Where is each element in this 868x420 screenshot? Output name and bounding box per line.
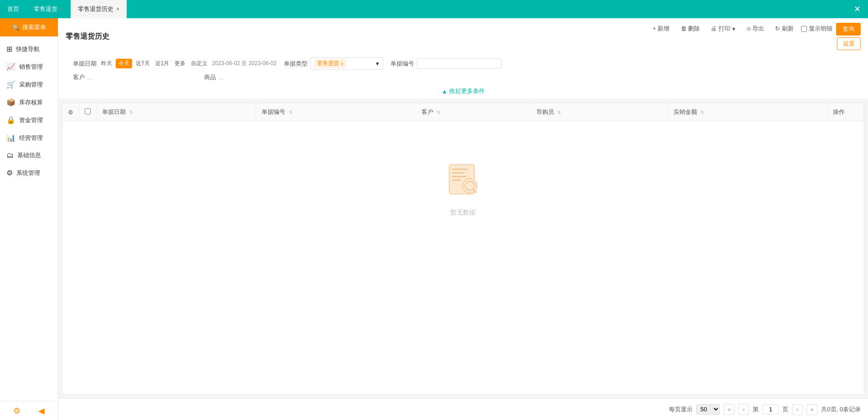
collapse-filter-button[interactable]: ▲ 收起更多条件 — [73, 85, 853, 97]
th-customer[interactable]: 客户 ⇅ — [416, 103, 530, 121]
sidebar-item-sales-mgmt[interactable]: 📈 销售管理 — [0, 58, 58, 76]
system-mgmt-icon: ⚙ — [6, 169, 13, 177]
add-button-label: + 新增 — [652, 25, 669, 33]
header-actions-row: + 新增 🗑 删除 🖨 打印 ▾ ⊙ 导出 ↻ — [649, 23, 832, 35]
filter-doc-type: 单据类型 零售退货 × ▾ — [284, 57, 383, 70]
sort-icon-amount: ⇅ — [700, 110, 704, 115]
filter-date: 单据日期 昨天 今天 近7天 近1月 更多 自定义 2023-06-02 至 2… — [73, 59, 277, 68]
tab-home-label: 首页 — [7, 5, 19, 13]
sort-icon-guide: ⇅ — [557, 110, 561, 115]
th-doc-no-label: 单据编号 — [262, 108, 285, 115]
page-size-label: 每页显示 — [669, 405, 693, 414]
sidebar-item-operations[interactable]: 📊 经营管理 — [0, 129, 58, 147]
th-amount[interactable]: 实销金额 ⇅ — [668, 103, 827, 121]
sidebar-item-system-mgmt[interactable]: ⚙ 系统管理 — [0, 164, 58, 182]
filter-row-2: 客户 ... 商品 ... — [73, 73, 853, 82]
tab-retail-return-history-label: 零售退货历史 — [78, 5, 113, 13]
filter-doc-no-input[interactable] — [417, 58, 502, 69]
sidebar-item-system-mgmt-label: 系统管理 — [16, 169, 40, 177]
th-ops-label: 操作 — [833, 108, 845, 115]
operations-icon: 📊 — [6, 133, 15, 142]
date-btn-today[interactable]: 今天 — [116, 59, 132, 68]
th-doc-no[interactable]: 单据编号 ⇅ — [256, 103, 416, 121]
th-checkbox[interactable] — [79, 103, 97, 121]
first-page-btn[interactable]: « — [724, 404, 734, 415]
print-dropdown-icon: ▾ — [732, 26, 735, 32]
table-body: 暂无数据 — [62, 121, 864, 254]
table-header-row: ⚙ 单据日期 ⇅ 单据编号 ⇅ — [62, 103, 864, 121]
sort-icon-doc-date: ⇅ — [129, 110, 133, 115]
refresh-button-label: ↻ 刷新 — [775, 25, 794, 33]
table-settings-icon[interactable]: ⚙ — [68, 109, 73, 116]
th-customer-label: 客户 — [421, 108, 433, 115]
tab-retail-return-close[interactable]: × — [60, 6, 63, 12]
filter-doc-no-label: 单据编号 — [390, 60, 414, 68]
setting-button[interactable]: 设置 — [837, 37, 861, 50]
date-btn-yesterday[interactable]: 昨天 — [99, 59, 114, 68]
tab-retail-return-history[interactable]: 零售退货历史 × — [71, 0, 127, 18]
page-number-input[interactable] — [762, 405, 779, 414]
sidebar-item-basic-info[interactable]: 🗂 基础信息 — [0, 147, 58, 164]
prev-page-btn[interactable]: ‹ — [738, 404, 749, 415]
sidebar-search[interactable]: 🔍 搜索菜单 — [0, 18, 58, 36]
next-page-btn[interactable]: › — [792, 404, 803, 415]
filter-goods-label: 商品 — [204, 73, 216, 82]
tab-retail-return-history-close[interactable]: × — [116, 6, 119, 12]
sort-icon-customer: ⇅ — [437, 110, 440, 115]
collapse-sidebar-icon[interactable]: ◀ — [38, 406, 45, 416]
empty-state-icon — [440, 158, 486, 203]
finance-icon: 🔒 — [6, 116, 15, 124]
sidebar-item-purchase-mgmt[interactable]: 🛒 采购管理 — [0, 76, 58, 93]
tab-retail-return[interactable]: 零售退货 × — [26, 0, 71, 18]
svg-rect-3 — [452, 176, 467, 177]
setting-button-label: 设置 — [843, 40, 855, 48]
filter-doc-no: 单据编号 — [390, 58, 502, 69]
show-detail-input[interactable] — [801, 26, 807, 32]
settings-bottom-icon[interactable]: ⚙ — [13, 406, 21, 416]
show-detail-checkbox[interactable]: 显示明细 — [801, 25, 832, 33]
date-btn-1month[interactable]: 近1月 — [154, 59, 171, 68]
main-layout: 🔍 搜索菜单 ⊞ 快捷导航 📈 销售管理 🛒 采购管理 📦 库存核算 🔒 — [0, 18, 868, 420]
th-guide-label: 导购员 — [536, 108, 554, 115]
page-unit: 页 — [782, 405, 788, 414]
content-area: 零售退货历史 + 新增 🗑 删除 🖨 打印 ▾ — [58, 18, 868, 420]
date-btn-more[interactable]: 更多 — [173, 59, 187, 68]
th-doc-date[interactable]: 单据日期 ⇅ — [97, 103, 256, 121]
print-button[interactable]: 🖨 打印 ▾ — [707, 23, 739, 35]
refresh-button[interactable]: ↻ 刷新 — [771, 23, 797, 35]
sidebar-bottom: ⚙ ◀ — [0, 401, 58, 420]
tab-home[interactable]: 首页 — [0, 0, 26, 18]
sidebar-item-inventory[interactable]: 📦 库存核算 — [0, 93, 58, 111]
sidebar-search-label: 搜索菜单 — [22, 23, 46, 31]
date-filter-btns: 昨天 今天 近7天 近1月 更多 自定义 — [99, 59, 209, 68]
sidebar-item-sales-mgmt-label: 销售管理 — [19, 63, 43, 71]
filter-goods-input[interactable]: ... — [219, 74, 310, 81]
date-btn-7days[interactable]: 近7天 — [134, 59, 152, 68]
page-size-select[interactable]: 50 100 200 — [696, 404, 720, 415]
filter-doc-type-label: 单据类型 — [284, 60, 308, 68]
sidebar-item-basic-info-label: 基础信息 — [17, 151, 41, 159]
window-close-button[interactable]: ✕ — [847, 0, 868, 18]
select-all-checkbox[interactable] — [85, 108, 91, 114]
sidebar-item-operations-label: 经营管理 — [19, 134, 43, 142]
sort-icon-doc-no: ⇅ — [289, 110, 293, 115]
empty-state-cell: 暂无数据 — [62, 121, 864, 254]
filter-doc-type-select[interactable]: 零售退货 × ▾ — [310, 57, 383, 70]
filter-customer-input[interactable]: ... — [87, 74, 179, 81]
sidebar-item-quick-nav[interactable]: ⊞ 快捷导航 — [0, 40, 58, 58]
doc-type-chip-close[interactable]: × — [341, 61, 344, 67]
th-amount-label: 实销金额 — [673, 108, 697, 115]
collapse-filter-label: 收起更多条件 — [449, 87, 485, 95]
print-button-label: 🖨 打印 — [711, 25, 730, 33]
th-guide[interactable]: 导购员 ⇅ — [530, 103, 668, 121]
export-button[interactable]: ⊙ 导出 — [743, 23, 768, 35]
last-page-btn[interactable]: » — [806, 404, 817, 415]
sidebar-item-purchase-mgmt-label: 采购管理 — [19, 81, 43, 89]
svg-rect-2 — [452, 172, 465, 174]
th-settings[interactable]: ⚙ — [62, 103, 79, 121]
sidebar-item-finance[interactable]: 🔒 资金管理 — [0, 111, 58, 129]
add-button[interactable]: + 新增 — [649, 23, 673, 35]
delete-button[interactable]: 🗑 删除 — [677, 23, 704, 35]
date-btn-custom[interactable]: 自定义 — [189, 59, 209, 68]
query-button[interactable]: 查询 — [836, 23, 861, 36]
